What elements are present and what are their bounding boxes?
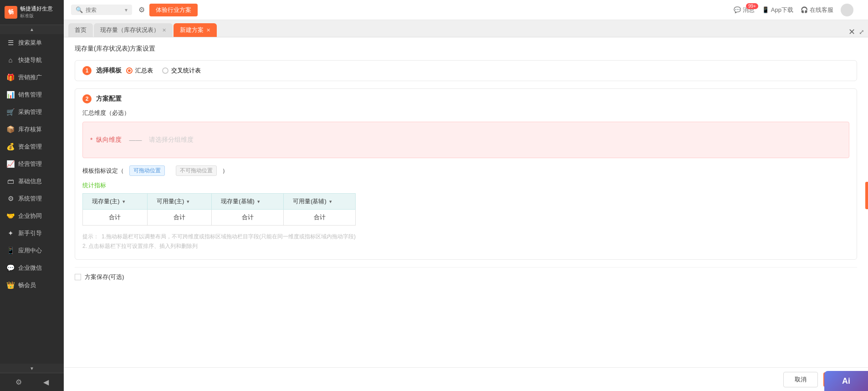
col-chevron-1[interactable]: ▾ xyxy=(187,199,189,205)
col-header-current-aux[interactable]: 现存量(基辅) ▾ xyxy=(212,194,284,210)
col-chevron-0[interactable]: ▾ xyxy=(123,199,125,205)
messages-button[interactable]: 💬 消息 99+ xyxy=(734,6,755,14)
sidebar-item-label: 快捷导航 xyxy=(18,56,42,64)
table-row: 合计 合计 合计 合计 xyxy=(83,210,356,226)
sidebar-item-finance[interactable]: 💰 资金管理 xyxy=(0,138,64,155)
tab-inventory-close-icon[interactable]: ✕ xyxy=(162,27,166,33)
col-chevron-3[interactable]: ▾ xyxy=(329,199,332,205)
sidebar-nav: ☰ 搜索菜单 ⌂ 快捷导航 🎁 营销推广 📊 销售管理 🛒 采购管理 📦 库存核… xyxy=(0,34,64,364)
online-service-button[interactable]: 🎧 在线客服 xyxy=(801,6,833,14)
sidebar-item-label: 采购管理 xyxy=(18,108,42,116)
cancel-button[interactable]: 取消 xyxy=(783,372,818,387)
tips-title: 提示： xyxy=(82,233,99,241)
sidebar-item-label: 应用中心 xyxy=(18,247,42,255)
window-close-icon[interactable]: ✕ xyxy=(848,27,855,37)
sidebar-item-label: 系统管理 xyxy=(18,195,42,203)
stat-table: 现存量(主) ▾ 可用量(主) ▾ xyxy=(82,193,356,226)
sidebar-item-member[interactable]: 👑 畅会员 xyxy=(0,277,64,294)
tab-inventory-label: 现存量（库存状况表） xyxy=(100,26,159,34)
sales-icon: 📊 xyxy=(6,91,15,99)
topbar-gear-icon[interactable]: ⚙ xyxy=(138,5,145,14)
col-chevron-2[interactable]: ▾ xyxy=(257,199,260,205)
settings-footer-icon[interactable]: ⚙ xyxy=(15,378,22,386)
dimension-required-mark: * xyxy=(90,136,92,144)
save-checkbox[interactable] xyxy=(75,274,81,280)
radio-cross[interactable]: 交叉统计表 xyxy=(162,67,201,75)
sidebar-item-label: 企业微信 xyxy=(18,264,42,272)
search-box[interactable]: 🔍 ▾ xyxy=(71,5,132,15)
sidebar-item-label: 畅会员 xyxy=(18,281,36,289)
sidebar-item-search[interactable]: ☰ 搜索菜单 xyxy=(0,34,64,51)
col-header-available-main[interactable]: 可用量(主) ▾ xyxy=(147,194,212,210)
newbie-icon: ✦ xyxy=(6,229,15,237)
sidebar-item-inventory[interactable]: 📦 库存核算 xyxy=(0,121,64,138)
sidebar-item-appstore[interactable]: 📱 应用中心 xyxy=(0,242,64,259)
sidebar-item-label: 库存核算 xyxy=(18,125,42,134)
window-expand-icon[interactable]: ⤢ xyxy=(859,28,864,36)
tab-new-scheme-label: 新建方案 xyxy=(180,26,204,34)
window-controls: ✕ ⤢ xyxy=(848,27,868,37)
sidebar-item-marketing[interactable]: 🎁 营销推广 xyxy=(0,69,64,86)
radio-summary-label: 汇总表 xyxy=(135,67,153,75)
content-area: 现存量(库存状况表)方案设置 1 选择模板 汇总表 交叉统计表 xyxy=(64,37,868,367)
app-icon: 📱 xyxy=(762,6,769,13)
save-option: 方案保存(可选) xyxy=(75,267,857,287)
sidebar-item-quick-nav[interactable]: ⌂ 快捷导航 xyxy=(0,51,64,69)
step1-header: 1 选择模板 汇总表 交叉统计表 xyxy=(75,61,857,81)
tab-home[interactable]: 首页 xyxy=(68,23,93,37)
tab-new-scheme[interactable]: 新建方案 ✕ xyxy=(174,23,217,37)
cell-summary-1: 合计 xyxy=(147,210,212,226)
wechat-icon: 💬 xyxy=(6,264,15,272)
sidebar-item-operations[interactable]: 📈 经营管理 xyxy=(0,155,64,173)
purchase-icon: 🛒 xyxy=(6,108,15,116)
sidebar-item-basic[interactable]: 🗃 基础信息 xyxy=(0,173,64,190)
sidebar-item-purchase[interactable]: 🛒 采购管理 xyxy=(0,103,64,121)
main-area: 🔍 ▾ ⚙ 体验行业方案 💬 消息 99+ 📱 App下载 🎧 在线客服 xyxy=(64,0,868,391)
sidebar-item-enterprise[interactable]: 🤝 企业协同 xyxy=(0,207,64,225)
app-name: 畅捷通好生意 xyxy=(20,5,53,13)
radio-cross-dot[interactable] xyxy=(162,67,168,74)
sidebar-item-wechat[interactable]: 💬 企业微信 xyxy=(0,259,64,277)
tab-new-scheme-close-icon[interactable]: ✕ xyxy=(206,27,210,33)
dimension-area[interactable]: * 纵向维度 —— 请选择分组维度 xyxy=(82,122,849,158)
save-label: 方案保存(可选) xyxy=(85,273,124,281)
inventory-icon: 📦 xyxy=(6,125,15,134)
col-header-current-main[interactable]: 现存量(主) ▾ xyxy=(83,194,148,210)
sidebar-scroll-up[interactable]: ▲ xyxy=(0,25,64,34)
sidebar-item-sales[interactable]: 📊 销售管理 xyxy=(0,86,64,103)
sidebar-item-system[interactable]: ⚙ 系统管理 xyxy=(0,190,64,207)
search-input[interactable] xyxy=(86,7,122,13)
quick-nav-icon: ⌂ xyxy=(6,56,15,64)
tips-item-2: 2. 点击标题栏下拉可设置排序、插入列和删除列 xyxy=(82,242,849,250)
app-download-button[interactable]: 📱 App下载 xyxy=(762,6,793,14)
avatar[interactable] xyxy=(841,4,853,16)
dimension-field-label: 纵向维度 xyxy=(96,136,122,144)
dimension-text: * 纵向维度 —— 请选择分组维度 xyxy=(90,136,194,144)
tips-section: 提示： 1.拖动标题栏可以调整布局，不可跨维度或指标区域拖动栏目字段(只能在同一… xyxy=(82,233,849,250)
metric-setting-suffix: ） xyxy=(222,167,228,175)
basic-icon: 🗃 xyxy=(6,177,15,185)
metric-setting-prefix: 模板指标设定（ xyxy=(82,167,124,175)
radio-summary-dot[interactable] xyxy=(126,67,133,74)
dimension-dash: —— xyxy=(129,136,142,144)
ai-badge[interactable]: Ai xyxy=(824,371,868,391)
tips-text-1: 1.拖动标题栏可以调整布局，不可跨维度或指标区域拖动栏目字段(只能在同一维度或指… xyxy=(102,233,356,241)
audio-footer-icon[interactable]: ◀ xyxy=(43,378,49,386)
sidebar-item-label: 搜索菜单 xyxy=(18,39,42,47)
col-header-available-aux[interactable]: 可用量(基辅) ▾ xyxy=(284,194,356,210)
marketing-icon: 🎁 xyxy=(6,73,15,82)
step2-header: 2 方案配置 xyxy=(75,89,857,109)
search-icon: 🔍 xyxy=(76,6,83,13)
sidebar-item-label: 基础信息 xyxy=(18,177,42,185)
radio-summary[interactable]: 汇总表 xyxy=(126,67,153,75)
trial-btn[interactable]: 体验行业方案 xyxy=(149,4,198,16)
tab-inventory-status[interactable]: 现存量（库存状况表） ✕ xyxy=(94,23,173,37)
finance-icon: 💰 xyxy=(6,143,15,151)
sidebar-scroll-down[interactable]: ▼ xyxy=(0,364,64,373)
cell-summary-3: 合计 xyxy=(284,210,356,226)
sidebar-item-newbie[interactable]: ✦ 新手引导 xyxy=(0,225,64,242)
cell-summary-0: 合计 xyxy=(83,210,148,226)
app-download-label: App下载 xyxy=(771,6,793,14)
sidebar-item-label: 新手引导 xyxy=(18,229,42,237)
aggregate-dimension-label: 汇总维度（必选） xyxy=(82,109,849,117)
